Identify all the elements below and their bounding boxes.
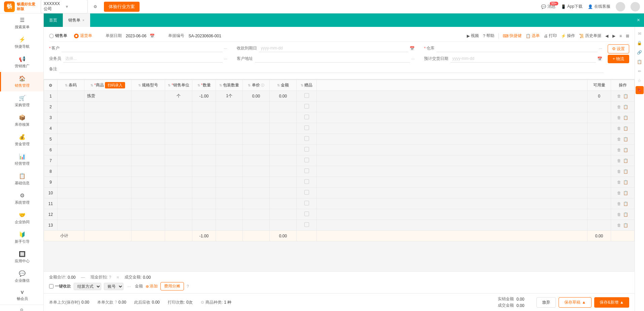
delivery-calendar-icon[interactable]: 📅	[596, 56, 604, 61]
nav-prev-btn[interactable]: ◀	[605, 34, 608, 38]
row-spec[interactable]	[131, 166, 165, 177]
row-price[interactable]	[243, 112, 270, 123]
avatar[interactable]	[616, 2, 625, 11]
row-qty[interactable]	[192, 123, 216, 134]
delete-icon[interactable]: 🗑	[617, 191, 621, 195]
row-amount[interactable]	[270, 177, 297, 188]
row-gift[interactable]	[297, 188, 317, 198]
row-barcode[interactable]	[58, 112, 84, 123]
settings-icon[interactable]: ⚙	[90, 2, 100, 11]
fee-split-button[interactable]: 费用分摊	[160, 282, 184, 290]
row-unit[interactable]	[165, 155, 192, 166]
save-new-button[interactable]: 保存&新增 ▲	[594, 297, 629, 308]
one-click-checkbox-input[interactable]	[49, 284, 53, 288]
row-amount[interactable]	[270, 155, 297, 166]
row-price[interactable]	[243, 145, 270, 155]
delete-icon[interactable]: 🗑	[617, 94, 621, 99]
sidebar-item-wechat[interactable]: 💬 企业微信	[0, 267, 43, 286]
sidebar-item-marketing[interactable]: 📢 营销推广	[0, 52, 43, 72]
row-product[interactable]	[84, 155, 131, 166]
sidebar-settings-button[interactable]: ⚙	[0, 305, 43, 311]
payment-due-input[interactable]	[259, 44, 409, 52]
delete-icon[interactable]: 🗑	[617, 126, 621, 131]
row-pkgqty[interactable]	[216, 134, 243, 145]
row-spec[interactable]	[131, 145, 165, 155]
tab-sales-order[interactable]: 销售单 ×	[63, 13, 90, 27]
row-gift[interactable]	[297, 145, 317, 155]
row-pkgqty[interactable]	[216, 123, 243, 134]
delete-icon[interactable]: 🗑	[617, 105, 621, 109]
row-amount[interactable]	[270, 123, 297, 134]
radio-return-order[interactable]: 退货单	[74, 33, 92, 39]
tab-home[interactable]: 首页	[44, 13, 63, 27]
shortcut-btn[interactable]: ⌨ 快捷键	[503, 33, 522, 39]
row-qty[interactable]	[192, 188, 216, 198]
row-gift[interactable]	[297, 91, 317, 102]
app-download-button[interactable]: 📱 App下载	[561, 4, 582, 9]
row-barcode[interactable]	[58, 220, 84, 231]
row-price[interactable]	[243, 134, 270, 145]
row-product[interactable]	[84, 145, 131, 155]
row-pkgqty[interactable]	[216, 220, 243, 231]
row-gift[interactable]	[297, 209, 317, 220]
row-price[interactable]	[243, 220, 270, 231]
gift-checkbox[interactable]	[304, 136, 309, 141]
row-spec[interactable]	[131, 102, 165, 112]
row-product[interactable]	[84, 220, 131, 231]
calc-method-select[interactable]: 结算方式	[74, 283, 101, 290]
row-amount[interactable]: 0.00	[270, 91, 297, 102]
payment-more-icon[interactable]: ···	[126, 284, 132, 289]
sidebar-item-basic[interactable]: 📋 基础信息	[0, 169, 43, 189]
row-barcode[interactable]	[58, 123, 84, 134]
customer-input[interactable]	[62, 44, 223, 52]
row-price[interactable]	[243, 198, 270, 209]
customer-more-icon[interactable]: ···	[223, 46, 229, 51]
row-product[interactable]	[84, 177, 131, 188]
row-barcode[interactable]	[58, 91, 84, 102]
copy-icon[interactable]: 📋	[623, 169, 628, 174]
panel-link-icon[interactable]: 🔗	[636, 48, 644, 56]
one-click-payment-checkbox[interactable]: 一键收款	[49, 283, 71, 289]
fee-help-icon[interactable]: ?	[187, 284, 189, 289]
row-unit[interactable]: 个	[165, 91, 192, 102]
sidebar-item-system[interactable]: ⚙ 系统管理	[0, 189, 43, 208]
row-gift[interactable]	[297, 220, 317, 231]
copy-icon[interactable]: 📋	[623, 191, 628, 195]
row-gift[interactable]	[297, 102, 317, 112]
copy-icon[interactable]: 📋	[623, 223, 628, 228]
row-qty[interactable]	[192, 177, 216, 188]
delete-icon[interactable]: 🗑	[617, 180, 621, 185]
row-spec[interactable]	[131, 112, 165, 123]
row-price[interactable]	[243, 209, 270, 220]
video-btn[interactable]: ▶ 视频	[467, 33, 479, 39]
row-unit[interactable]	[165, 209, 192, 220]
row-amount[interactable]	[270, 102, 297, 112]
th-settings[interactable]: ⚙	[44, 80, 58, 91]
nav-next-btn[interactable]: ▶	[612, 34, 615, 38]
th-pkgqty-sort[interactable]: ⇅	[219, 83, 222, 87]
payment-calendar-icon[interactable]: 📅	[408, 46, 416, 51]
warehouse-input[interactable]: 建材仓	[437, 44, 598, 52]
sidebar-item-inventory[interactable]: 📦 库存核算	[0, 111, 43, 130]
row-qty[interactable]: -1.00	[192, 91, 216, 102]
row-qty[interactable]	[192, 102, 216, 112]
panel-star-icon[interactable]: ☆	[636, 77, 644, 85]
row-spec[interactable]	[131, 209, 165, 220]
list-view-btn[interactable]: ≡	[619, 34, 622, 38]
row-pkgqty[interactable]	[216, 112, 243, 123]
row-amount[interactable]	[270, 209, 297, 220]
row-barcode[interactable]	[58, 188, 84, 198]
sidebar-item-apps[interactable]: 🔲 应用中心	[0, 247, 43, 267]
row-pkgqty[interactable]	[216, 145, 243, 155]
gift-checkbox[interactable]	[304, 222, 309, 227]
row-pkgqty[interactable]	[216, 209, 243, 220]
gift-checkbox[interactable]	[304, 211, 309, 216]
row-unit[interactable]	[165, 134, 192, 145]
row-price[interactable]	[243, 166, 270, 177]
th-amount-sort[interactable]: ⇅	[277, 83, 280, 87]
sidebar-item-shortcut[interactable]: ⚡ 快捷导航	[0, 33, 43, 52]
row-spec[interactable]	[131, 198, 165, 209]
row-gift[interactable]	[297, 123, 317, 134]
sidebar-item-operations[interactable]: 📊 经营管理	[0, 150, 43, 169]
row-product[interactable]	[84, 102, 131, 112]
